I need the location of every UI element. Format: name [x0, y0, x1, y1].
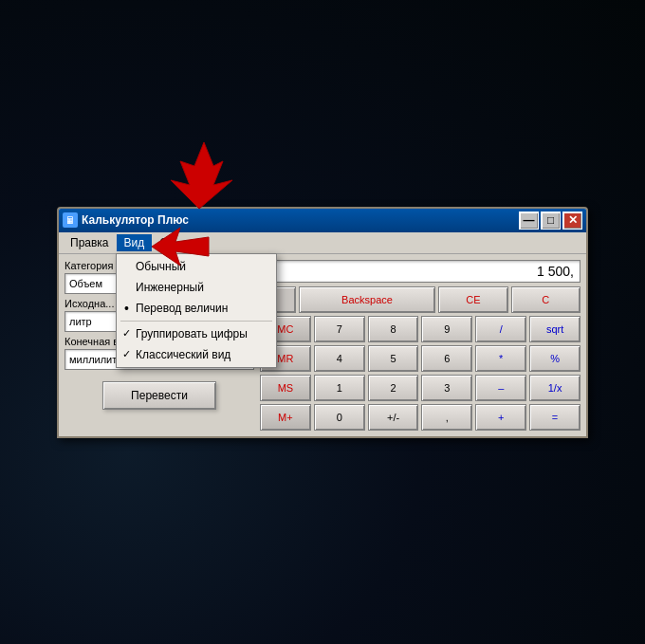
- minimize-button[interactable]: —: [519, 212, 539, 230]
- dropdown-separator: [120, 321, 272, 322]
- calc-5[interactable]: 5: [368, 345, 419, 372]
- calc-backspace[interactable]: Backspace: [299, 286, 436, 313]
- convert-button[interactable]: Перевести: [102, 381, 216, 410]
- dropdown-perevod[interactable]: Перевод величин: [117, 298, 276, 319]
- dropdown-gruppirovka[interactable]: Группировать цифры: [117, 323, 276, 344]
- close-button[interactable]: ✕: [562, 212, 582, 230]
- title-bar: 🖩 Калькулятор Плюс — □ ✕: [59, 209, 586, 232]
- vid-dropdown: Обычный Инженерный Перевод величин Групп…: [116, 253, 277, 368]
- calc-7[interactable]: 7: [314, 316, 365, 342]
- calc-sqrt[interactable]: sqrt: [529, 316, 580, 342]
- calc-row-2: MC 7 8 9 / sqrt: [260, 316, 580, 342]
- calc-plusminus[interactable]: +/-: [368, 404, 419, 431]
- app-icon: 🖩: [63, 212, 78, 228]
- calc-row-1: Backspace CE C: [260, 286, 580, 313]
- calc-4[interactable]: 4: [314, 345, 365, 372]
- main-window: 🖩 Калькулятор Плюс — □ ✕ Правка Вид С...…: [57, 207, 588, 438]
- calc-2[interactable]: 2: [368, 375, 419, 401]
- maximize-button[interactable]: □: [541, 212, 561, 230]
- calc-1[interactable]: 1: [314, 375, 365, 401]
- right-panel: 1 500, Backspace CE C MC 7 8 9 / sqrt: [260, 260, 580, 431]
- dropdown-klassichesky[interactable]: Классический вид: [117, 344, 276, 365]
- calc-divide[interactable]: /: [475, 316, 526, 342]
- calc-8[interactable]: 8: [368, 316, 419, 342]
- calc-decimal[interactable]: ,: [421, 404, 472, 431]
- calc-add[interactable]: +: [475, 404, 526, 431]
- calc-6[interactable]: 6: [421, 345, 472, 372]
- calc-buttons: Backspace CE C MC 7 8 9 / sqrt MR 4: [260, 286, 580, 431]
- menu-other[interactable]: С...: [152, 234, 185, 251]
- calc-0[interactable]: 0: [314, 404, 365, 431]
- calc-9[interactable]: 9: [421, 316, 472, 342]
- calc-row-3: MR 4 5 6 * %: [260, 345, 580, 372]
- calc-equals[interactable]: =: [529, 404, 580, 431]
- calc-mplus[interactable]: M+: [260, 404, 311, 431]
- calc-row-5: M+ 0 +/- , + =: [260, 404, 580, 431]
- menu-pravka[interactable]: Правка: [63, 234, 117, 251]
- calc-3[interactable]: 3: [421, 375, 472, 401]
- calc-subtract[interactable]: –: [475, 375, 526, 401]
- calc-multiply[interactable]: *: [475, 345, 526, 372]
- calc-percent[interactable]: %: [529, 345, 580, 372]
- dropdown-inzhenerny[interactable]: Инженерный: [117, 277, 276, 298]
- calc-display: 1 500,: [260, 260, 580, 283]
- calc-reciprocal[interactable]: 1/x: [529, 375, 580, 401]
- menu-bar: Правка Вид С... Обычный Инженерный Перев…: [59, 232, 586, 254]
- calc-c[interactable]: C: [511, 286, 580, 313]
- window-title: Калькулятор Плюс: [82, 213, 515, 227]
- calc-ce[interactable]: CE: [438, 286, 507, 313]
- calc-ms[interactable]: MS: [260, 375, 311, 401]
- dropdown-obychny[interactable]: Обычный: [117, 256, 276, 277]
- calc-row-4: MS 1 2 3 – 1/x: [260, 375, 580, 401]
- menu-vid[interactable]: Вид: [117, 234, 153, 251]
- title-bar-buttons: — □ ✕: [519, 212, 582, 230]
